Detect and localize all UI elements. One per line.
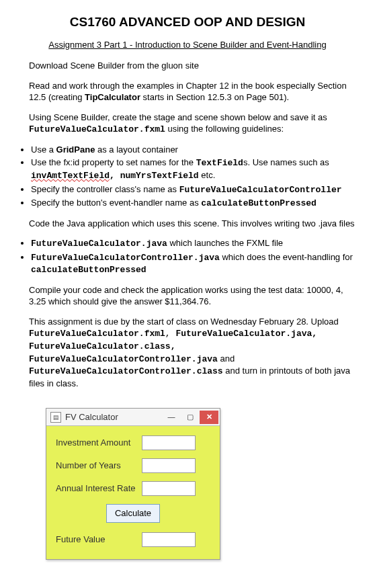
file-ctrl-class: FutureValueCalculatorController.class <box>29 366 223 376</box>
text: , <box>110 171 120 181</box>
rate-input[interactable] <box>142 481 196 496</box>
handler-name: calculateButtonPressed <box>201 198 317 208</box>
row-rate: Annual Interest Rate <box>56 481 210 496</box>
text: starts in Section 12.5.3 on Page 501). <box>140 92 289 102</box>
text: using the following guidelines: <box>165 124 284 134</box>
window-title: FV Calculator <box>65 411 162 423</box>
invamt-field: invAmtTextField <box>31 171 110 181</box>
row-button: Calculate <box>56 504 210 523</box>
text: etc. <box>199 170 216 180</box>
label-years: Number of Years <box>56 460 142 472</box>
window-body: Investment Amount Number of Years Annual… <box>46 426 220 559</box>
text: Use a <box>31 144 56 155</box>
text: and <box>218 353 235 364</box>
text: which launches the FXML file <box>167 238 283 248</box>
years-input[interactable] <box>142 458 196 473</box>
file-fxml: FutureValueCalculator.fxml <box>29 329 165 339</box>
minimize-button[interactable]: — <box>162 411 181 424</box>
calculate-button[interactable]: Calculate <box>106 504 160 523</box>
page-title: CS1760 ADVANCED OOP AND DESIGN <box>19 13 356 31</box>
fxml-filename: FutureValueCalculator.fxml <box>29 124 165 134</box>
para-compile: Compile your code and check the applicat… <box>29 284 356 308</box>
list-item: Specify the button's event-handler name … <box>31 197 356 210</box>
para-code: Code the Java application which uses thi… <box>29 218 356 230</box>
text: Using Scene Builder, create the stage an… <box>29 112 327 122</box>
text: as a layout container <box>95 144 178 155</box>
para-scenebuilder: Using Scene Builder, create the stage an… <box>29 112 356 136</box>
para-due: This assignment is due by the start of c… <box>29 316 356 389</box>
label-future: Future Value <box>56 534 142 546</box>
guidelines-list: Use a GridPane as a layout container Use… <box>19 144 356 210</box>
maximize-button[interactable]: ▢ <box>181 411 200 424</box>
para-download: Download Scene Builder from the gluon si… <box>29 60 356 72</box>
window-titlebar[interactable]: ▤ FV Calculator — ▢ ✕ <box>46 409 220 426</box>
list-item: Specify the controller class's name as F… <box>31 183 356 196</box>
row-investment: Investment Amount <box>56 435 210 450</box>
list-item: FutureValueCalculatorController.java whi… <box>31 251 356 276</box>
text: Use the fx:id property to set names for … <box>31 157 196 167</box>
controller-class: FutureValueCalculatorController <box>179 185 342 195</box>
textfield: TextField <box>196 158 243 168</box>
text: , <box>165 329 176 339</box>
text: s. Use names such as <box>243 157 329 167</box>
list-item: Use a GridPane as a layout container <box>31 144 356 156</box>
numyrs-field: numYrsTextField <box>120 171 199 181</box>
label-rate: Annual Interest Rate <box>56 482 142 495</box>
fv-calculator-window: ▤ FV Calculator — ▢ ✕ Investment Amount … <box>46 408 220 560</box>
text: Specify the controller class's name as <box>31 184 179 194</box>
text: Specify the button's event-handler name … <box>31 198 201 208</box>
fvcalc-java: FutureValueCalculator.java <box>31 239 167 249</box>
para-readwork: Read and work through the examples in Ch… <box>29 80 356 103</box>
calcbutton-handler: calculateButtonPressed <box>31 265 147 275</box>
list-item: FutureValueCalculator.java which launche… <box>31 237 356 250</box>
row-future: Future Value <box>56 532 210 547</box>
file-java: FutureValueCalculator.java, <box>175 329 317 339</box>
label-investment: Investment Amount <box>56 437 142 449</box>
text: This assignment is due by the start of c… <box>29 317 339 327</box>
row-years: Number of Years <box>56 458 210 473</box>
gridpane: GridPane <box>56 144 95 155</box>
app-icon: ▤ <box>50 412 61 423</box>
future-value-output[interactable] <box>142 532 196 547</box>
file-classes: FutureValueCalculator.class, FutureValue… <box>29 341 218 364</box>
text: which does the event-handling for <box>220 252 353 262</box>
assignment-subtitle: Assignment 3 Part 1 - Introduction to Sc… <box>19 39 356 51</box>
javafiles-list: FutureValueCalculator.java which launche… <box>19 237 356 276</box>
close-button[interactable]: ✕ <box>200 411 218 424</box>
tipcalculator-name: TipCalculator <box>85 92 140 102</box>
fvcontroller-java: FutureValueCalculatorController.java <box>31 253 220 263</box>
list-item: Use the fx:id property to set names for … <box>31 157 356 181</box>
investment-input[interactable] <box>142 435 196 450</box>
